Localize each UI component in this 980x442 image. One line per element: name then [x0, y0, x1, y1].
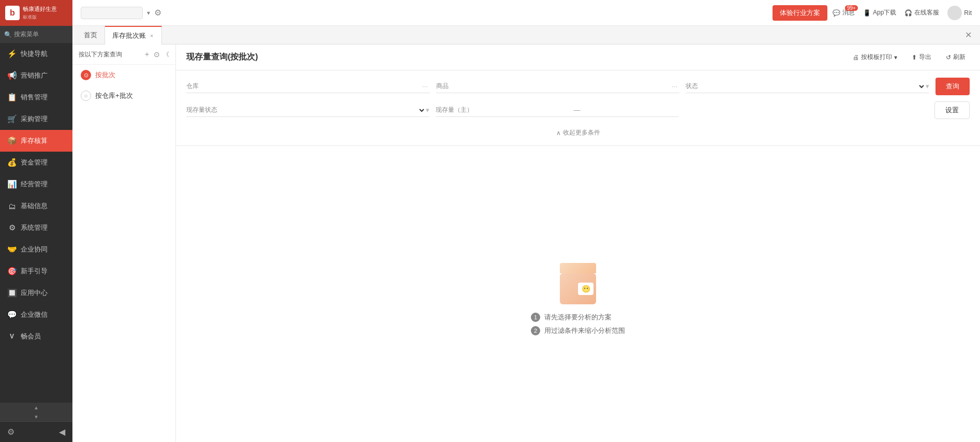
topbar-dropdown-icon[interactable]: ▾: [147, 9, 150, 17]
sidebar-item-label: 新手引导: [21, 267, 48, 276]
online-service-label: 在线客服: [914, 8, 939, 17]
settings-btn[interactable]: 设置: [934, 101, 970, 119]
status-select[interactable]: [700, 82, 926, 91]
newbie-icon: 🎯: [7, 267, 17, 276]
export-btn[interactable]: ⬆ 导出: [908, 51, 936, 64]
inventory-qty-container: 现存量（主） —: [436, 104, 679, 117]
sidebar-item-member[interactable]: V 畅会员: [0, 326, 72, 347]
sidebar-item-apps[interactable]: 🔲 应用中心: [0, 282, 72, 304]
hint-num-1: 1: [531, 313, 540, 322]
tab-close-icon[interactable]: ×: [149, 32, 154, 39]
inventory-status-container: 现存量状态 ▾: [186, 104, 429, 117]
inventory-status-field: 现存量状态 ▾: [186, 104, 429, 117]
refresh-btn[interactable]: ↺ 刷新: [942, 51, 970, 64]
box-top: [560, 263, 596, 273]
empty-hints: 1 请先选择要分析的方案 2 用过滤条件来缩小分析范围: [531, 313, 625, 335]
plan-item-by-warehouse-batch[interactable]: ○ 按仓库+批次: [72, 85, 175, 106]
query-btn[interactable]: 查询: [936, 78, 970, 95]
base-icon: 🗂: [7, 201, 17, 211]
sidebar-item-enterprise[interactable]: 🤝 企业协同: [0, 239, 72, 260]
app-edition: 标准版: [23, 14, 57, 21]
collapse-icon: ∧: [556, 129, 561, 137]
warehouse-input[interactable]: [201, 83, 420, 90]
refresh-label: 刷新: [953, 53, 966, 62]
left-panel-header-icons: ＋ ⊙ 《: [143, 50, 169, 59]
tab-area-close-icon[interactable]: ✕: [961, 30, 976, 40]
sidebar-item-inventory[interactable]: 📦 库存核算: [0, 130, 72, 152]
goods-label: 商品: [436, 82, 449, 91]
topbar-app-download[interactable]: 📱 App下载: [863, 8, 896, 17]
status-dropdown-icon[interactable]: ▾: [926, 82, 929, 90]
topbar-right: 💬 消息 99+ 📱 App下载 🎧 在线客服 Rit: [833, 6, 972, 20]
page-header: 现存量查询(按批次) 🖨 按模板打印 ▾ ⬆ 导出 ↺ 刷新: [176, 45, 980, 70]
app-download-label: App下载: [873, 8, 896, 17]
warehouse-field: 仓库 ···: [186, 80, 430, 93]
tab-inventory-batch[interactable]: 库存批次账 ×: [105, 26, 162, 45]
topbar-online-service[interactable]: 🎧 在线客服: [904, 8, 939, 17]
inventory-qty-label: 现存量（主）: [436, 106, 473, 114]
sidebar-nav: ⚡ 快捷导航 📢 营销推广 📋 销售管理 🛒 采购管理 📦 库存核算 💰 资金管…: [0, 43, 72, 403]
empty-hint-1: 1 请先选择要分析的方案: [531, 313, 625, 322]
plan-item-by-batch[interactable]: ⊙ 按批次: [72, 65, 175, 85]
inventory-qty-from-input[interactable]: [475, 107, 572, 114]
print-btn[interactable]: 🖨 按模板打印 ▾: [849, 51, 901, 64]
hint-text-2: 用过滤条件来缩小分析范围: [544, 326, 625, 335]
sidebar-scroll-down[interactable]: ▼: [0, 412, 72, 421]
app-logo: b: [5, 6, 20, 20]
print-label: 按模板打印: [861, 53, 892, 62]
sidebar-item-wechat[interactable]: 💬 企业微信: [0, 304, 72, 326]
sidebar-item-label: 基础信息: [21, 201, 48, 211]
left-panel-collapse-icon[interactable]: 《: [163, 50, 169, 59]
inventory-status-dropdown-icon[interactable]: ▾: [426, 106, 429, 114]
sidebar-item-sales[interactable]: 📋 销售管理: [0, 86, 72, 108]
sidebar-item-label: 资金管理: [21, 158, 48, 167]
sidebar-item-base[interactable]: 🗂 基础信息: [0, 195, 72, 217]
plan-settings-icon[interactable]: ⊙: [154, 50, 160, 58]
inventory-status-label: 现存量状态: [186, 106, 217, 114]
sidebar-item-label: 库存核算: [21, 136, 48, 145]
goods-input[interactable]: [451, 83, 670, 90]
topbar-search-input[interactable]: [81, 7, 143, 19]
sidebar-item-purchase[interactable]: 🛒 采购管理: [0, 108, 72, 130]
sidebar-item-marketing[interactable]: 📢 营销推广: [0, 65, 72, 86]
tab-home[interactable]: 首页: [77, 26, 105, 45]
sidebar-search[interactable]: 🔍 搜索菜单: [0, 26, 72, 43]
inventory-status-select[interactable]: [219, 106, 426, 114]
print-dropdown-icon: ▾: [894, 54, 897, 61]
warehouse-more-icon[interactable]: ···: [420, 82, 430, 90]
system-icon: ⚙: [7, 223, 17, 232]
sidebar-item-label: 采购管理: [21, 114, 48, 124]
business-icon: 📊: [7, 180, 17, 189]
wechat-icon: 💬: [7, 310, 17, 319]
topbar: ▾ ⚙ 体验行业方案 💬 消息 99+ 📱 App下载 🎧 在线客服 Rit: [72, 0, 980, 26]
sidebar-item-system[interactable]: ⚙ 系统管理: [0, 217, 72, 239]
right-panel: 现存量查询(按批次) 🖨 按模板打印 ▾ ⬆ 导出 ↺ 刷新: [176, 45, 980, 442]
left-panel: 按以下方案查询 ＋ ⊙ 《 ⊙ 按批次 ○ 按仓库+批次: [72, 45, 176, 442]
collapse-more-btn[interactable]: ∧ 收起更多条件: [186, 125, 970, 138]
sidebar-item-finance[interactable]: 💰 资金管理: [0, 152, 72, 173]
trial-btn[interactable]: 体验行业方案: [773, 5, 827, 21]
collapse-sidebar-icon[interactable]: ◀: [59, 427, 65, 437]
inventory-qty-to-input[interactable]: [582, 107, 679, 114]
page-title: 现存量查询(按批次): [186, 52, 258, 63]
goods-field: 商品 ···: [436, 80, 680, 93]
box-face: 😶: [578, 283, 593, 295]
topbar-gear-icon[interactable]: ⚙: [154, 8, 161, 18]
sidebar-scroll-up[interactable]: ▲: [0, 403, 72, 412]
goods-more-icon[interactable]: ···: [670, 82, 680, 90]
topbar-user[interactable]: Rit: [947, 6, 972, 20]
sidebar-item-business[interactable]: 📊 经营管理: [0, 173, 72, 195]
sidebar-item-label: 畅会员: [21, 332, 41, 341]
refresh-icon: ↺: [946, 54, 951, 61]
topbar-input-area: ▾ ⚙: [81, 7, 767, 19]
page-header-actions: 🖨 按模板打印 ▾ ⬆ 导出 ↺ 刷新: [849, 51, 970, 64]
sidebar-item-shortcut[interactable]: ⚡ 快捷导航: [0, 43, 72, 65]
sidebar-header: b 畅康通好生意 标准版: [0, 0, 72, 26]
settings-footer-icon[interactable]: ⚙: [7, 427, 14, 437]
topbar-message[interactable]: 💬 消息 99+: [833, 8, 855, 17]
add-plan-icon[interactable]: ＋: [143, 50, 151, 59]
search-label: 搜索菜单: [14, 30, 39, 39]
sidebar-item-newbie[interactable]: 🎯 新手引导: [0, 260, 72, 282]
tab-active-label: 库存批次账: [112, 31, 146, 40]
member-icon: V: [7, 332, 17, 341]
